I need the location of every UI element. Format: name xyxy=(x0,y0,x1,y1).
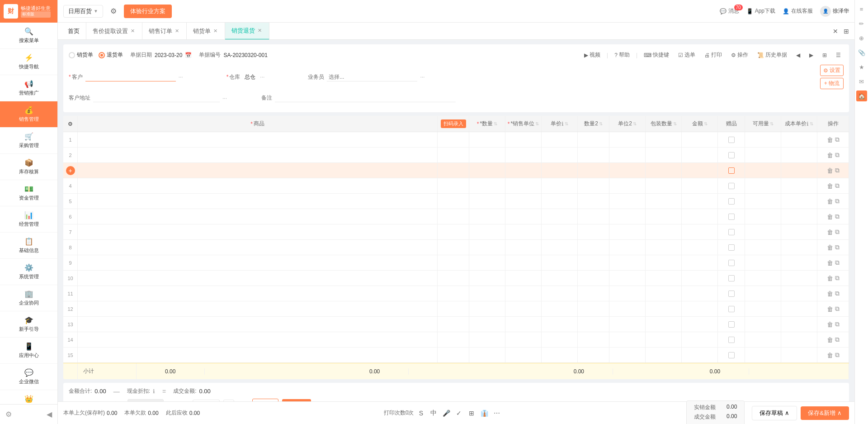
radio-return[interactable]: 退货单 xyxy=(99,51,123,59)
add-logistics-button[interactable]: + 物流 xyxy=(820,78,844,89)
sidebar-item-sales[interactable]: 💰 销售管理 xyxy=(0,101,57,128)
operate-button[interactable]: ⚙ 操作 xyxy=(728,50,751,60)
address-input[interactable] xyxy=(93,94,220,102)
sidebar-item-enterprise[interactable]: 🏢 企业协同 xyxy=(0,285,57,311)
delete-btn[interactable]: 🗑 xyxy=(826,243,834,252)
sidebar-item-newbie[interactable]: 🎓 新手引导 xyxy=(0,311,57,338)
sidebar-item-shortcut[interactable]: ⚡ 快捷导航 xyxy=(0,49,57,75)
close-all-tabs-button[interactable]: ✕ xyxy=(831,27,840,36)
unit-sort-icon[interactable]: ⇅ xyxy=(535,121,539,126)
tab-sales-delivery[interactable]: 销货单 ✕ xyxy=(187,23,225,40)
address-dots-button[interactable]: ··· xyxy=(222,95,227,101)
qty-sort-icon[interactable]: ⇅ xyxy=(494,121,497,126)
copy-btn[interactable]: ⧉ xyxy=(834,227,840,237)
row-qty-1[interactable] xyxy=(469,132,505,147)
sidebar-item-member[interactable]: 👑 畅会员 xyxy=(0,390,57,404)
delete-btn[interactable]: 🗑 xyxy=(826,289,834,298)
shortcut-button[interactable]: ⌨ 快捷键 xyxy=(641,50,672,60)
copy-btn[interactable]: ⧉ xyxy=(834,289,840,298)
radio-sale[interactable]: 销货单 xyxy=(69,51,93,59)
delete-row-1-button[interactable]: 🗑 xyxy=(826,135,834,144)
tool-icon-4[interactable]: ✓ xyxy=(453,408,464,419)
right-panel-btn-7[interactable]: 🏠 xyxy=(856,91,867,101)
copy-btn[interactable]: ⧉ xyxy=(834,304,840,314)
copy-row-3-button[interactable]: ⧉ xyxy=(834,166,840,175)
delete-row-2-button[interactable]: 🗑 xyxy=(826,151,834,160)
product-input-3[interactable] xyxy=(80,167,435,174)
col-header-settings[interactable]: ⚙ xyxy=(63,116,78,132)
delete-btn[interactable]: 🗑 xyxy=(826,197,834,206)
tab-sales-return[interactable]: 销货退货 ✕ xyxy=(225,23,269,40)
app-download-action[interactable]: 📱 App下载 xyxy=(746,7,775,15)
copy-btn[interactable]: ⧉ xyxy=(834,212,840,221)
row-price-2[interactable] xyxy=(542,148,578,162)
staff-dots-button[interactable]: ··· xyxy=(420,74,425,80)
sidebar-item-basic[interactable]: 📋 基础信息 xyxy=(0,233,57,259)
right-panel-btn-1[interactable]: ≡ xyxy=(856,4,867,14)
print-button[interactable]: 🖨 打印 xyxy=(702,50,725,60)
tabs-menu-button[interactable]: ⊞ xyxy=(842,27,851,36)
gift-checkbox-2[interactable] xyxy=(728,152,735,158)
row-unit-2[interactable] xyxy=(505,148,542,162)
tool-icon-5[interactable]: ⊞ xyxy=(466,408,477,419)
sidebar-item-finance[interactable]: 💵 资金管理 xyxy=(0,180,57,206)
row-qty2-1[interactable] xyxy=(578,132,609,147)
calendar-icon[interactable]: 📅 xyxy=(185,52,192,58)
row-unit2-3[interactable] xyxy=(609,163,646,178)
copy-btn[interactable]: ⧉ xyxy=(834,350,840,360)
staff-input[interactable] xyxy=(327,73,417,81)
amount-sort-icon[interactable]: ⇅ xyxy=(704,121,708,126)
price-info-icon[interactable]: ℹ xyxy=(561,121,564,127)
tab-sales-order-close[interactable]: ✕ xyxy=(174,28,180,34)
delete-btn[interactable]: 🗑 xyxy=(826,212,834,221)
avail-sort-icon[interactable]: ⇅ xyxy=(770,121,774,126)
sidebar-item-marketing[interactable]: 📢 营销推广 xyxy=(0,75,57,101)
list-view-button[interactable]: ☰ xyxy=(833,51,844,60)
copy-btn[interactable]: ⧉ xyxy=(834,181,840,191)
copy-btn[interactable]: ⧉ xyxy=(834,273,840,283)
delete-btn[interactable]: 🗑 xyxy=(826,274,834,283)
user-info[interactable]: 👤 徐泽华 xyxy=(820,6,849,17)
unit2-sort-icon[interactable]: ⇅ xyxy=(633,121,637,126)
nav-next-button[interactable]: ▶ xyxy=(807,51,816,60)
copy-btn[interactable]: ⧉ xyxy=(834,243,840,252)
tool-icon-6[interactable]: 👔 xyxy=(479,408,490,419)
copy-btn[interactable]: ⧉ xyxy=(834,319,840,329)
discount-info-icon[interactable]: ℹ xyxy=(153,388,155,395)
row-price-1[interactable] xyxy=(542,132,578,147)
copy-btn[interactable]: ⧉ xyxy=(834,335,840,344)
delete-row-3-button[interactable]: 🗑 xyxy=(826,166,834,175)
table-settings-icon[interactable]: ⚙ xyxy=(68,121,73,127)
copy-btn[interactable]: ⧉ xyxy=(834,258,840,267)
settings-button[interactable]: ⚙ 设置 xyxy=(820,65,844,76)
cost-sort-icon[interactable]: ⇅ xyxy=(810,121,813,126)
right-panel-btn-3[interactable]: ⊕ xyxy=(856,33,867,43)
table-view-button[interactable]: ⊞ xyxy=(820,51,830,60)
row-amount-3[interactable] xyxy=(682,163,718,178)
remark-input[interactable] xyxy=(275,94,456,102)
sidebar-item-app[interactable]: 📱 应用中心 xyxy=(0,338,57,364)
row-product-3[interactable] xyxy=(78,163,438,178)
row-qty2-2[interactable] xyxy=(578,148,609,162)
row-qty-2[interactable] xyxy=(469,148,505,162)
gift-checkbox-1[interactable] xyxy=(728,137,735,143)
save-new-button[interactable]: 保存&新增 ∧ xyxy=(801,406,849,420)
sidebar-item-search[interactable]: 🔍 搜索菜单 xyxy=(0,23,57,49)
row-add-btn-3[interactable]: + xyxy=(63,163,78,178)
try-solution-button[interactable]: 体验行业方案 xyxy=(124,5,172,18)
delete-btn[interactable]: 🗑 xyxy=(826,181,834,191)
row-unit2-2[interactable] xyxy=(609,148,646,162)
sidebar-item-inventory[interactable]: 📦 库存核算 xyxy=(0,154,57,180)
delete-btn[interactable]: 🗑 xyxy=(826,305,834,314)
gift-checkbox-3[interactable] xyxy=(728,167,735,174)
row-pack-2[interactable] xyxy=(646,148,682,162)
tab-sales-order[interactable]: 销售订单 ✕ xyxy=(142,23,187,40)
tool-icon-1[interactable]: S xyxy=(415,408,426,419)
scan-btn[interactable]: 扫码录入 xyxy=(441,119,466,128)
row-unit-1[interactable] xyxy=(505,132,542,147)
delete-btn[interactable]: 🗑 xyxy=(826,228,834,237)
row-price-3[interactable] xyxy=(542,163,578,178)
delete-btn[interactable]: 🗑 xyxy=(826,258,834,267)
save-draft-button[interactable]: 保存草稿 ∧ xyxy=(752,406,797,420)
sidebar-collapse-button[interactable]: ◀ xyxy=(45,408,54,420)
